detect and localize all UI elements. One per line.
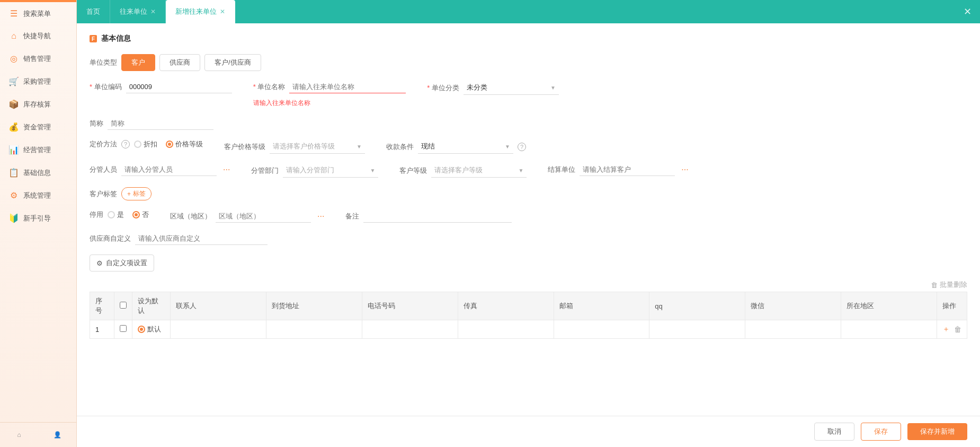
department-select[interactable]: 请输入分管部门 ▼	[283, 163, 378, 178]
section-icon: F	[90, 35, 97, 42]
quick-nav-icon: ⌂	[8, 31, 19, 41]
sidebar-item-basic-info[interactable]: 📋 基础信息	[0, 161, 76, 184]
sidebar-item-label: 资金管理	[23, 122, 51, 132]
col-region: 所在地区	[841, 292, 937, 320]
radio-yes[interactable]: 是	[108, 210, 124, 220]
row-contact[interactable]	[171, 320, 266, 339]
radio-default[interactable]: 默认	[138, 325, 165, 334]
supplier-custom-label: 供应商自定义	[90, 234, 131, 243]
settlement-unit-label: 结算单位	[548, 165, 575, 174]
customer-tag-label: 客户标签	[90, 189, 117, 199]
sidebar-item-inventory[interactable]: 📦 库存核算	[0, 93, 76, 116]
row-email[interactable]	[554, 320, 649, 339]
email-input[interactable]	[559, 326, 644, 334]
batch-delete-label[interactable]: 批量删除	[940, 280, 967, 290]
sidebar-item-purchase[interactable]: 🛒 采购管理	[0, 70, 76, 93]
row-address[interactable]	[266, 320, 362, 339]
row-wechat[interactable]	[745, 320, 841, 339]
btn-supplier[interactable]: 供应商	[159, 54, 200, 71]
delete-row-icon[interactable]: 🗑	[954, 325, 961, 334]
tab-home-label: 首页	[86, 7, 100, 16]
sidebar-item-search-menu[interactable]: ☰ 搜索菜单	[0, 2, 76, 25]
btn-customer[interactable]: 客户	[121, 54, 155, 71]
sidebar-user-btn[interactable]: 👤	[38, 427, 76, 443]
sidebar-item-operations[interactable]: 📊 经营管理	[0, 138, 76, 161]
row-checkbox[interactable]	[120, 325, 127, 332]
customer-level-select[interactable]: 请选择客户等级 ▼	[431, 163, 527, 178]
payment-terms-help-icon[interactable]: ?	[518, 143, 526, 151]
save-button[interactable]: 保存	[861, 423, 901, 441]
wechat-input[interactable]	[751, 326, 835, 334]
radio-discount[interactable]: 折扣	[134, 139, 157, 149]
settlement-more-icon[interactable]: ···	[681, 165, 688, 174]
region-label: 区域（地区）	[170, 212, 211, 221]
settings-gear-icon: ⚙	[96, 259, 103, 267]
abbr-input[interactable]	[108, 117, 213, 130]
sidebar-item-sales[interactable]: ◎ 销售管理	[0, 47, 76, 70]
unit-name-error: 请输入往来单位名称	[253, 99, 310, 108]
phone-input[interactable]	[368, 326, 452, 334]
form-footer: 取消 保存 保存并新增	[77, 416, 980, 447]
custom-settings-button[interactable]: ⚙ 自定义项设置	[90, 255, 154, 271]
unit-name-field: 单位名称 请输入往来单位名称	[253, 81, 406, 108]
sidebar-item-system[interactable]: ⚙ 系统管理	[0, 184, 76, 207]
row-phone[interactable]	[362, 320, 458, 339]
sidebar-item-label: 基础信息	[23, 168, 51, 178]
unit-code-input[interactable]	[126, 81, 232, 93]
unit-category-select[interactable]: 未分类 ▼	[464, 81, 559, 95]
sidebar-item-label: 系统管理	[23, 191, 51, 200]
select-all-checkbox[interactable]	[120, 302, 127, 309]
manager-input[interactable]	[121, 163, 217, 176]
settlement-unit-input[interactable]	[580, 163, 675, 176]
tab-partner-list[interactable]: 往来单位 ✕	[110, 0, 166, 23]
add-tag-label: 标签	[133, 189, 146, 198]
sidebar-bottom: ⌂ 👤	[0, 422, 76, 447]
tab-add-partner-close[interactable]: ✕	[220, 8, 225, 15]
region-more-icon[interactable]: ···	[317, 212, 324, 221]
unit-name-input[interactable]	[289, 81, 406, 93]
tab-add-partner[interactable]: 新增往来单位 ✕	[166, 0, 235, 23]
unit-type-row: 单位类型 客户 供应商 客户/供应商	[90, 54, 967, 71]
cancel-button[interactable]: 取消	[814, 423, 854, 441]
remark-input[interactable]	[363, 210, 512, 223]
address-input[interactable]	[272, 326, 357, 334]
radio-price-level[interactable]: 价格等级	[166, 139, 203, 149]
row-action-cell: ＋ 🗑	[937, 320, 967, 339]
pricing-radio-group: 折扣 价格等级	[134, 139, 203, 149]
close-all-tabs[interactable]: ✕	[964, 6, 972, 17]
add-tag-button[interactable]: + 标签	[121, 187, 152, 200]
manager-more-icon[interactable]: ···	[223, 165, 230, 174]
qq-input[interactable]	[655, 326, 740, 334]
payment-terms-value: 现结	[421, 142, 503, 151]
row-region-cell[interactable]	[841, 320, 937, 339]
col-index: 序号	[90, 292, 114, 320]
btn-both[interactable]: 客户/供应商	[204, 54, 261, 71]
sidebar-item-new-guide[interactable]: 🔰 新手引导	[0, 207, 76, 230]
supplier-custom-input[interactable]	[135, 232, 268, 245]
contact-input[interactable]	[176, 326, 261, 334]
system-icon: ⚙	[8, 190, 19, 200]
row-fax[interactable]	[458, 320, 554, 339]
sidebar-home-btn[interactable]: ⌂	[0, 427, 38, 443]
save-new-button[interactable]: 保存并新增	[907, 423, 967, 440]
finance-icon: 💰	[8, 122, 19, 132]
region-input[interactable]	[216, 210, 311, 223]
pricing-help-icon[interactable]: ?	[121, 140, 130, 148]
row-checkbox-cell	[114, 320, 132, 339]
sidebar-item-quick-nav[interactable]: ⌂ 快捷导航	[0, 25, 76, 47]
tab-partner-list-close[interactable]: ✕	[150, 8, 156, 15]
sidebar: ☰ 搜索菜单 ⌂ 快捷导航 ◎ 销售管理 🛒 采购管理 📦 库存核算 💰 资金管…	[0, 0, 77, 447]
tab-home[interactable]: 首页	[77, 0, 110, 23]
radio-no[interactable]: 否	[132, 210, 149, 220]
payment-terms-select[interactable]: 现结 ▼	[418, 139, 513, 154]
fax-input[interactable]	[464, 326, 548, 334]
sidebar-item-finance[interactable]: 💰 资金管理	[0, 116, 76, 138]
row-qq[interactable]	[649, 320, 745, 339]
add-row-icon[interactable]: ＋	[942, 325, 950, 334]
unit-category-field: 单位分类 未分类 ▼	[427, 81, 559, 95]
region-cell-input[interactable]	[847, 326, 931, 334]
tags-row: 客户标签 + 标签	[90, 187, 967, 200]
customer-price-level-select[interactable]: 请选择客户价格等级 ▼	[270, 139, 365, 154]
sidebar-item-label: 销售管理	[23, 54, 51, 64]
batch-delete-icon: 🗑	[931, 281, 938, 289]
